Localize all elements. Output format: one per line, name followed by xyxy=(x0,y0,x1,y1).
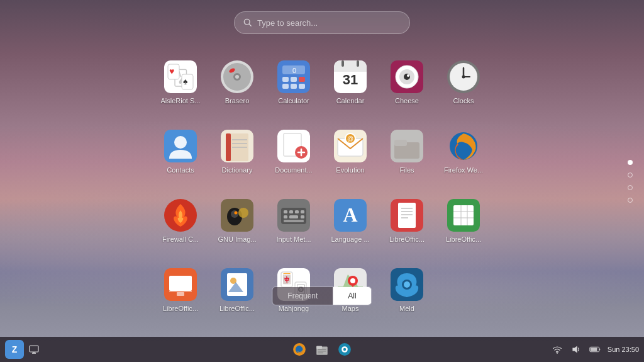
app-label-calculator: Calculator xyxy=(269,97,319,105)
app-item-calendar[interactable]: 31Calendar xyxy=(323,55,378,110)
app-icon-input xyxy=(277,199,310,232)
search-input[interactable] xyxy=(257,18,401,28)
svg-rect-42 xyxy=(226,133,231,161)
page-dot-2[interactable] xyxy=(628,173,633,178)
app-label-contacts: Contacts xyxy=(155,166,206,174)
taskbar-right: Sun 23:50 xyxy=(550,342,639,357)
svg-rect-115 xyxy=(316,346,322,349)
app-icon-lo-draw xyxy=(221,268,253,301)
app-item-meld[interactable]: Meld xyxy=(379,263,435,317)
app-item-firefox[interactable]: Firefox We... xyxy=(436,125,491,179)
svg-point-122 xyxy=(557,352,558,353)
app-grid: 🂡♥♠AisleRiot S...Brasero0Calculator31Cal… xyxy=(152,48,492,325)
svg-rect-16 xyxy=(282,77,289,82)
taskbar-files[interactable] xyxy=(314,342,330,357)
app-label-maps: Maps xyxy=(325,305,375,312)
app-item-cheese[interactable]: Cheese xyxy=(379,55,435,110)
app-item-calculator[interactable]: 0Calculator xyxy=(266,55,321,110)
svg-point-31 xyxy=(404,74,410,80)
zorin-menu-button[interactable]: Z xyxy=(5,340,24,359)
app-label-aisleriot: AisleRiot S... xyxy=(155,97,206,105)
svg-rect-92 xyxy=(169,291,192,292)
tab-frequent[interactable]: Frequent xyxy=(272,287,333,305)
app-label-gimp: GNU Imag... xyxy=(212,235,262,243)
app-icon-lo-impress xyxy=(164,268,197,301)
svg-text:🀄: 🀄 xyxy=(280,273,293,285)
app-label-meld: Meld xyxy=(382,305,432,312)
app-label-lo-draw: LibreOffic... xyxy=(212,305,262,312)
app-item-clocks[interactable]: Clocks xyxy=(436,55,491,110)
svg-rect-72 xyxy=(289,215,298,218)
app-item-gimp[interactable]: GNU Imag... xyxy=(209,194,265,248)
svg-marker-123 xyxy=(572,346,577,353)
app-item-firewall[interactable]: Firewall C... xyxy=(153,194,208,248)
app-item-lo-calc[interactable]: LibreOffic... xyxy=(436,194,491,248)
svg-rect-70 xyxy=(301,210,304,213)
search-icon xyxy=(243,18,252,27)
svg-rect-78 xyxy=(398,203,416,228)
app-icon-calendar: 31 xyxy=(334,60,367,93)
svg-rect-19 xyxy=(282,84,289,89)
app-label-lo-calc: LibreOffic... xyxy=(438,235,489,243)
tab-bar: Frequent All xyxy=(272,286,372,305)
taskbar-show-desktop[interactable] xyxy=(26,342,42,357)
svg-rect-126 xyxy=(591,348,597,351)
app-item-aisleriot[interactable]: 🂡♥♠AisleRiot S... xyxy=(153,55,208,110)
app-item-dictionary[interactable]: Dictionary xyxy=(209,125,265,179)
svg-point-32 xyxy=(407,74,409,77)
page-dot-3[interactable] xyxy=(628,185,633,190)
app-item-lo-draw[interactable]: LibreOffic... xyxy=(209,263,265,317)
app-icon-gimp xyxy=(221,199,253,232)
svg-rect-68 xyxy=(289,210,293,213)
svg-rect-71 xyxy=(284,215,287,218)
app-icon-files xyxy=(391,130,423,162)
svg-text:31: 31 xyxy=(343,72,358,88)
app-item-lo-impress[interactable]: LibreOffic... xyxy=(153,263,208,317)
app-icon-cheese xyxy=(391,60,423,93)
app-icon-meld xyxy=(391,268,423,301)
app-item-evolution[interactable]: @Evolution xyxy=(323,125,378,179)
svg-text:0: 0 xyxy=(292,67,296,74)
app-label-mahjongg: Mahjongg xyxy=(269,305,319,312)
app-icon-dictionary xyxy=(221,130,253,162)
app-icon-language: A xyxy=(334,199,367,232)
svg-line-1 xyxy=(249,24,251,26)
app-label-firefox: Firefox We... xyxy=(438,166,489,174)
app-label-cheese: Cheese xyxy=(382,97,432,105)
app-item-language[interactable]: ALanguage ... xyxy=(323,194,378,248)
svg-rect-116 xyxy=(318,349,326,350)
app-label-firewall: Firewall C... xyxy=(155,235,206,243)
taskbar-firefox[interactable] xyxy=(292,342,307,357)
app-item-brasero[interactable]: Brasero xyxy=(209,55,265,110)
svg-point-11 xyxy=(235,75,239,79)
app-icon-calculator: 0 xyxy=(277,60,310,93)
app-item-input[interactable]: Input Met... xyxy=(266,194,321,248)
app-item-contacts[interactable]: Contacts xyxy=(153,125,208,179)
page-dot-1[interactable] xyxy=(628,160,633,165)
svg-rect-125 xyxy=(599,349,601,351)
app-item-documents[interactable]: Document... xyxy=(266,125,321,179)
svg-text:♠: ♠ xyxy=(183,76,188,86)
wifi-icon[interactable] xyxy=(550,342,565,357)
volume-icon[interactable] xyxy=(569,342,584,357)
battery-icon[interactable] xyxy=(587,342,602,357)
app-icon-clocks xyxy=(447,60,480,93)
page-dot-4[interactable] xyxy=(628,198,633,203)
taskbar-settings[interactable] xyxy=(337,342,352,357)
svg-text:@: @ xyxy=(347,135,353,142)
svg-rect-90 xyxy=(169,276,192,291)
search-bar[interactable] xyxy=(234,11,410,34)
app-label-documents: Document... xyxy=(269,166,319,174)
svg-rect-57 xyxy=(394,140,407,146)
app-icon-aisleriot: 🂡♥♠ xyxy=(164,60,197,93)
clock-display[interactable]: Sun 23:50 xyxy=(608,346,639,353)
app-icon-lo-calc xyxy=(447,199,480,232)
svg-point-104 xyxy=(350,278,355,283)
tab-all[interactable]: All xyxy=(333,287,371,305)
svg-point-39 xyxy=(174,136,187,149)
app-item-lo-writer[interactable]: LibreOffic... xyxy=(379,194,435,248)
app-item-files[interactable]: Files xyxy=(379,125,435,179)
svg-rect-118 xyxy=(318,353,323,353)
svg-text:♥: ♥ xyxy=(169,66,174,76)
app-icon-firefox xyxy=(447,130,480,162)
